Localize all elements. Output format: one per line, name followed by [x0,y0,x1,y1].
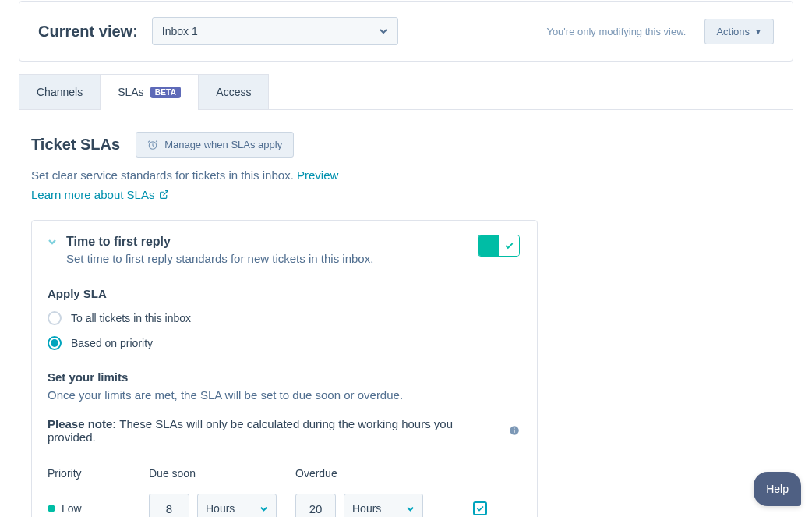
toggle-on-segment [478,235,499,256]
please-note-label: Please note: [48,417,116,430]
help-button[interactable]: Help [754,472,801,506]
manage-slas-label: Manage when SLAs apply [164,139,282,150]
due-soon-unit-value: Hours [206,502,235,515]
collapse-icon[interactable] [48,237,57,246]
preview-link[interactable]: Preview [297,168,338,182]
row-checkbox[interactable] [473,501,487,515]
radio-icon-selected [48,336,62,350]
caret-down-icon: ▼ [754,27,762,36]
priority-dot-icon [48,505,55,512]
col-due-soon-header: Due soon [149,467,295,480]
view-selector-panel: Current view: Inbox 1 You're only modify… [19,1,793,62]
manage-slas-button[interactable]: Manage when SLAs apply [136,132,294,158]
card-title: Time to first reply [66,235,373,249]
svg-rect-2 [514,430,514,433]
apply-sla-title: Apply SLA [48,287,520,300]
current-view-value: Inbox 1 [162,25,198,37]
radio-priority-label: Based on priority [71,337,153,349]
section-title: Ticket SLAs [31,136,120,154]
time-to-first-reply-card: Time to first reply Set time to first re… [31,220,538,517]
toggle-check-icon [499,235,519,256]
section-desc-text: Set clear service standards for tickets … [31,168,294,182]
radio-icon [48,311,62,325]
tabs: Channels SLAs BETA Access [19,74,793,110]
table-row: Low Hours [48,484,520,517]
info-icon[interactable] [509,425,520,436]
current-view-select[interactable]: Inbox 1 [152,17,398,45]
actions-button[interactable]: Actions ▼ [704,19,774,44]
tab-slas-label: SLAs [118,86,143,98]
sla-toggle[interactable] [478,235,520,257]
priority-label: Low [62,502,82,515]
tab-channels[interactable]: Channels [19,74,101,109]
radio-all-label: To all tickets in this inbox [71,312,191,324]
external-link-icon [159,189,169,200]
tab-access[interactable]: Access [198,74,269,109]
section-desc: Set clear service standards for tickets … [31,168,781,182]
limits-table-header: Priority Due soon Overdue [48,467,520,480]
limits-desc: Once your limits are met, the SLA will b… [48,388,520,402]
modify-note: You're only modifying this view. [546,26,686,37]
learn-more-link[interactable]: Learn more about SLAs [31,188,169,201]
chevron-down-icon [259,505,268,513]
overdue-unit-select[interactable]: Hours [344,494,423,517]
svg-rect-3 [514,428,514,429]
tab-access-label: Access [216,86,251,98]
col-priority-header: Priority [48,467,149,480]
tab-channels-label: Channels [37,86,83,98]
tab-slas[interactable]: SLAs BETA [100,74,199,109]
help-label: Help [766,483,789,495]
due-soon-input[interactable] [149,494,189,517]
card-subtitle: Set time to first reply standards for ne… [66,252,373,265]
actions-label: Actions [716,26,750,37]
radio-all-tickets[interactable]: To all tickets in this inbox [48,311,520,325]
chevron-down-icon [406,505,415,513]
current-view-label: Current view: [38,23,138,41]
overdue-unit-value: Hours [352,502,381,515]
clock-icon [147,140,158,150]
radio-based-on-priority[interactable]: Based on priority [48,336,520,350]
learn-more-label: Learn more about SLAs [31,188,154,201]
slas-section: Ticket SLAs Manage when SLAs apply Set c… [19,110,793,517]
please-note: Please note: These SLAs will only be cal… [48,417,520,444]
overdue-input[interactable] [295,494,336,517]
due-soon-unit-select[interactable]: Hours [197,494,277,517]
chevron-down-icon [379,27,388,36]
limits-title: Set your limits [48,370,520,384]
col-overdue-header: Overdue [295,467,442,480]
beta-badge: BETA [150,87,182,98]
